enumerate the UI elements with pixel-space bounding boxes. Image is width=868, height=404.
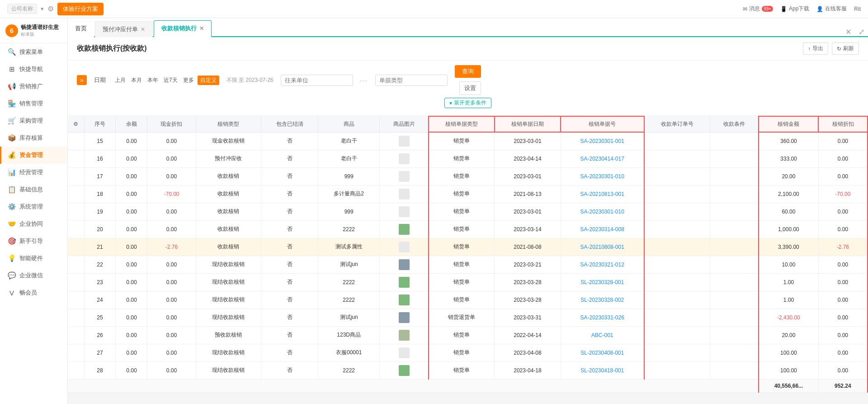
- expand-more-conditions[interactable]: ▾ 展开更多条件: [77, 95, 859, 111]
- cell-cancel-type: 现结收款核销: [196, 291, 261, 309]
- cell-product-img: [380, 150, 429, 167]
- settings-icon[interactable]: ⚙: [47, 5, 54, 13]
- cell-seq: 23: [84, 273, 116, 291]
- bill-no-link[interactable]: SA-20230331-026: [580, 314, 624, 321]
- table-header-row: ⚙ 序号 余额 现金折扣 核销类型 包含已结清 商品 商品图片 核销单据类型 核…: [68, 116, 868, 132]
- sidebar-label-smart: 智能硬件: [19, 254, 43, 262]
- date-this-year-button[interactable]: 本年: [146, 76, 160, 85]
- sidebar-item-finance[interactable]: 💰资金管理: [0, 147, 67, 164]
- finance-icon: 💰: [8, 151, 16, 159]
- bill-no-link[interactable]: SA-20230301-010: [580, 209, 624, 215]
- tab-home[interactable]: 首页: [68, 21, 94, 37]
- tab-expand-button[interactable]: ⤢: [855, 28, 868, 36]
- sidebar-item-basic[interactable]: 📋基础信息: [0, 181, 67, 198]
- message-button[interactable]: ✉ 消息 99+: [743, 5, 773, 13]
- cell-cash-discount: 0.00: [147, 220, 196, 238]
- sidebar-item-purchase[interactable]: 🛒采购管理: [0, 112, 67, 129]
- bill-no-link[interactable]: ABC-001: [591, 332, 613, 338]
- cell-cancel-bill-type: 销货单: [429, 256, 495, 273]
- sidebar-item-nav[interactable]: ⊞快捷导航: [0, 61, 67, 78]
- cell-cancel-bill-type: 销货单: [429, 167, 495, 185]
- cell-cancel-type: 收款核销: [196, 185, 261, 203]
- main-layout: 6 畅捷通谱好生意 标准版 🔍搜索菜单⊞快捷导航📢营销推广🏪销售管理🛒采购管理📦…: [0, 18, 868, 404]
- cell-cancel-type: 现结收款核销: [196, 361, 261, 379]
- tab-receipt[interactable]: 收款核销执行✕: [154, 20, 212, 37]
- date-custom-button[interactable]: 自定义: [198, 76, 219, 85]
- cell-cancel-type: 收款核销: [196, 238, 261, 256]
- app-download-button[interactable]: 📱 App下载: [780, 5, 809, 13]
- expand-more-label: 展开更多条件: [454, 99, 486, 107]
- bill-no-link[interactable]: SL-20230408-001: [580, 350, 624, 356]
- setting-button[interactable]: 设置: [459, 81, 481, 95]
- cell-cancel-type: 现金收款核销: [196, 132, 261, 150]
- sidebar-item-guide[interactable]: 🎯新手引导: [0, 233, 67, 250]
- bill-no-link[interactable]: SA-20230301-001: [580, 138, 624, 144]
- sidebar-item-smart[interactable]: 💡智能硬件: [0, 250, 67, 267]
- sidebar-item-system[interactable]: ⚙️系统管理: [0, 198, 67, 215]
- sidebar-item-operation[interactable]: 📊经营管理: [0, 164, 67, 181]
- voucher-type-input[interactable]: [375, 75, 448, 86]
- basic-icon: 📋: [8, 185, 16, 194]
- filter-expand-button[interactable]: »: [77, 75, 87, 85]
- cell-receipt-condition: [710, 185, 759, 203]
- search-button[interactable]: 查询: [455, 65, 481, 78]
- cell-product: 2222: [318, 361, 380, 379]
- cell-cancel-amount: 20.00: [759, 326, 818, 344]
- cell-cancel-type: 收款核销: [196, 203, 261, 220]
- chevron-down-icon: ▾: [449, 100, 452, 106]
- service-icon: 👤: [816, 6, 823, 12]
- filter-dots[interactable]: ···: [360, 77, 368, 84]
- cell-cancel-bill-type: 销货单: [429, 326, 495, 344]
- column-gear[interactable]: ⚙: [68, 116, 84, 132]
- date-more-button[interactable]: 更多: [181, 76, 196, 85]
- date-last-month-button[interactable]: 上月: [113, 76, 127, 85]
- tab-close-prepay[interactable]: ✕: [141, 26, 145, 33]
- cell-receipt-condition: [710, 132, 759, 150]
- table-footer-row: 40,556,66... 952.24: [68, 379, 868, 392]
- industry-solution-button[interactable]: 体验行业方案: [57, 3, 104, 15]
- cell-receipt-condition: [710, 256, 759, 273]
- bill-no-link[interactable]: SA-20230321-012: [580, 261, 624, 268]
- bill-no-link[interactable]: SL-20230328-001: [580, 279, 624, 285]
- cell-receipt-order-no: [644, 167, 710, 185]
- bill-no-link[interactable]: SA-20230414-017: [580, 156, 624, 162]
- bill-no-link[interactable]: SA-20210813-001: [580, 191, 624, 197]
- bill-no-link[interactable]: SA-20230301-010: [580, 173, 624, 180]
- nav-icon: ⊞: [8, 65, 16, 73]
- online-service-button[interactable]: 👤 在线客服: [816, 5, 847, 13]
- cell-cancel-amount: 60.00: [759, 203, 818, 220]
- cell-cancel-amount: 100.00: [759, 344, 818, 361]
- cell-receipt-order-no: [644, 238, 710, 256]
- sidebar-label-member: 畅会员: [19, 289, 37, 297]
- table-row: 23 0.00 0.00 现结收款核销 否 2222 销货单 2023-03-2…: [68, 273, 868, 291]
- sidebar-item-sales[interactable]: 🏪销售管理: [0, 95, 67, 112]
- bill-no-link[interactable]: SL-20230418-001: [580, 367, 624, 374]
- bill-no-link[interactable]: SA-20230314-008: [580, 226, 624, 233]
- cell-cancel-discount: 0.00: [818, 273, 868, 291]
- cell-cash-discount: -70.00: [147, 185, 196, 203]
- purchase-icon: 🛒: [8, 117, 16, 125]
- sidebar-item-marketing[interactable]: 📢营销推广: [0, 78, 67, 95]
- chevron-down-icon[interactable]: ▾: [41, 5, 44, 12]
- tab-close-button[interactable]: ✕: [842, 28, 855, 36]
- cell-cancel-amount: 1.00: [759, 273, 818, 291]
- tab-prepay[interactable]: 预付冲应付单✕: [95, 21, 153, 37]
- bill-no-link[interactable]: SL-20230328-002: [580, 297, 624, 303]
- sidebar-item-wechat[interactable]: 💬企业微信: [0, 267, 67, 284]
- sidebar-item-inventory[interactable]: 📦库存核算: [0, 129, 67, 147]
- date-7days-button[interactable]: 近7天: [162, 76, 179, 85]
- export-button[interactable]: ↑ 导出: [803, 43, 828, 55]
- cell-cancel-bill-no: SL-20230418-001: [561, 361, 644, 379]
- cell-gear: [68, 132, 84, 150]
- partner-input[interactable]: [281, 75, 353, 86]
- sidebar-item-coop[interactable]: 🤝企业协同: [0, 215, 67, 233]
- date-this-month-button[interactable]: 本月: [129, 76, 144, 85]
- refresh-button[interactable]: ↻ 刷新: [832, 43, 859, 55]
- cell-product: 测试多属性: [318, 238, 380, 256]
- tab-close-receipt[interactable]: ✕: [199, 25, 204, 32]
- table-row: 26 0.00 0.00 预收款核销 否 123D商品 销货单 2022-04-…: [68, 326, 868, 344]
- sidebar-item-search[interactable]: 🔍搜索菜单: [0, 43, 67, 61]
- bill-no-link[interactable]: SA-20210808-001: [580, 244, 624, 250]
- cell-balance: 0.00: [116, 273, 147, 291]
- sidebar-item-member[interactable]: V畅会员: [0, 284, 67, 301]
